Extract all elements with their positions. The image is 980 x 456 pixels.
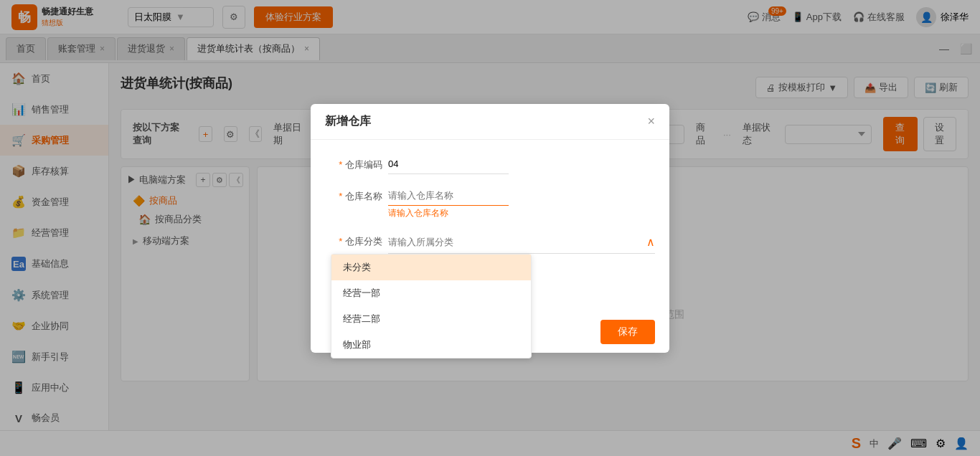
warehouse-code-input[interactable] — [388, 154, 509, 174]
code-label: 仓库编码 — [325, 154, 382, 171]
modal-title: 新增仓库 — [325, 114, 371, 129]
category-dropdown-trigger[interactable]: ∧ — [388, 231, 655, 254]
name-input-wrapper: 请输入仓库名称 — [388, 186, 655, 219]
dropdown-item-dept1[interactable]: 经营一部 — [331, 280, 531, 306]
category-label: 仓库分类 — [325, 231, 382, 248]
code-input-wrapper — [388, 154, 655, 174]
category-dropdown-list: 未分类 经营一部 经营二部 物业部 — [331, 254, 532, 358]
category-form-row: 仓库分类 ∧ 未分类 经营一部 经营二部 物业部 — [325, 231, 655, 254]
modal-body: 仓库编码 仓库名称 请输入仓库名称 仓库分类 ∧ — [311, 140, 669, 311]
name-form-row: 仓库名称 请输入仓库名称 — [325, 186, 655, 219]
dropdown-item-unclassified[interactable]: 未分类 — [331, 255, 531, 280]
dropdown-item-property[interactable]: 物业部 — [331, 332, 531, 358]
modal-header: 新增仓库 × — [311, 104, 669, 140]
dropdown-item-dept2[interactable]: 经营二部 — [331, 306, 531, 332]
category-input-wrapper: ∧ 未分类 经营一部 经营二部 物业部 — [388, 231, 655, 254]
category-input[interactable] — [388, 237, 646, 247]
name-label: 仓库名称 — [325, 186, 382, 203]
name-error-msg: 请输入仓库名称 — [388, 207, 655, 219]
dropdown-arrow-icon[interactable]: ∧ — [646, 235, 655, 249]
save-button[interactable]: 保存 — [600, 320, 655, 344]
warehouse-name-input[interactable] — [388, 186, 509, 206]
modal-close-button[interactable]: × — [647, 114, 655, 129]
code-form-row: 仓库编码 — [325, 154, 655, 174]
new-warehouse-modal: 新增仓库 × 仓库编码 仓库名称 请输入仓库名称 仓库分类 — [311, 104, 669, 353]
modal-overlay: 新增仓库 × 仓库编码 仓库名称 请输入仓库名称 仓库分类 — [0, 0, 980, 456]
